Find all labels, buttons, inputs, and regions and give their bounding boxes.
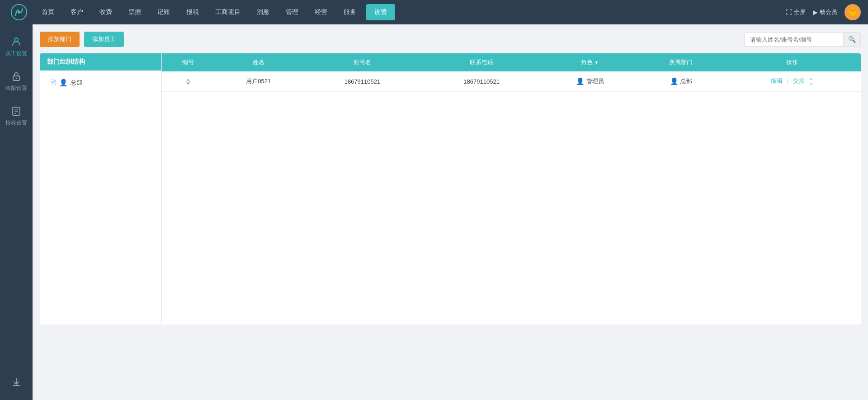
search-wrapper: 🔍	[744, 32, 861, 47]
avatar[interactable]: 🐥	[844, 4, 861, 20]
table-row: 0 用户0521 18679110521 18679110521 👤 管理员	[162, 71, 861, 92]
nav-manage[interactable]: 管理	[278, 0, 307, 24]
add-dept-button[interactable]: 添加部门	[40, 32, 80, 47]
sidebar-label-permission: 权限设置	[5, 85, 27, 92]
tree-header: 部门组织结构	[40, 53, 161, 71]
nav-biz[interactable]: 工商项目	[207, 0, 249, 24]
scroll-arrows[interactable]: ▲▼	[809, 76, 813, 87]
permission-icon	[10, 70, 23, 83]
vip-button[interactable]: ▶ 畅会员	[813, 8, 837, 16]
main-layout: 员工设置 权限设置 报税设置	[0, 24, 868, 400]
file-icon: 📄	[49, 79, 57, 86]
sidebar: 员工设置 权限设置 报税设置	[0, 24, 33, 400]
tree-panel: 部门组织结构 📄 👤 总部	[40, 53, 162, 325]
employee-table: 编号 姓名 账号名 联系电话 角色 ▼ 所属部门 操作	[162, 53, 861, 92]
dept-label: 总部	[680, 77, 692, 85]
user-group-icon: 👤	[59, 79, 68, 87]
nav-right: ⛶ 全屏 ▶ 畅会员 🐥	[786, 4, 868, 20]
vip-icon: ▶	[813, 9, 818, 16]
tree-item-label: 总部	[71, 79, 82, 87]
nav-message[interactable]: 消息	[249, 0, 278, 24]
logo	[5, 0, 33, 24]
sidebar-item-employee[interactable]: 员工设置	[0, 29, 33, 64]
content-area: 添加部门 添加员工 🔍 部门组织结构 📄 👤 总部	[33, 24, 868, 400]
cell-dept: 👤 总部	[638, 71, 723, 92]
svg-rect-5	[13, 107, 20, 115]
sidebar-item-taxsettings[interactable]: 报税设置	[0, 99, 33, 133]
nav-settings[interactable]: 设置	[366, 4, 395, 20]
filter-icon[interactable]: ▼	[594, 60, 599, 65]
edit-link[interactable]: 编辑	[771, 77, 783, 84]
col-id: 编号	[162, 53, 214, 71]
cell-account: 18679110521	[303, 71, 422, 92]
fullscreen-icon: ⛶	[786, 9, 792, 16]
fullscreen-label: 全屏	[794, 8, 806, 16]
toolbar: 添加部门 添加员工 🔍	[40, 32, 861, 47]
search-icon: 🔍	[848, 36, 856, 43]
svg-point-4	[16, 78, 17, 79]
employee-icon	[10, 35, 23, 48]
dept-badge: 👤 总部	[670, 77, 692, 85]
col-dept: 所属部门	[638, 53, 723, 71]
tree-body: 📄 👤 总部	[40, 71, 161, 95]
search-input[interactable]	[744, 33, 844, 47]
table-header-row: 编号 姓名 账号名 联系电话 角色 ▼ 所属部门 操作	[162, 53, 861, 71]
nav-items: 首页 客户 收费 票据 记账 报税 工商项目 消息 管理 经营 服务 设置	[33, 0, 786, 24]
nav-fee[interactable]: 收费	[91, 0, 120, 24]
table-panel: 编号 姓名 账号名 联系电话 角色 ▼ 所属部门 操作	[162, 53, 861, 325]
nav-accounting[interactable]: 记账	[149, 0, 178, 24]
vip-label: 畅会员	[820, 8, 837, 16]
nav-ops[interactable]: 经营	[307, 0, 335, 24]
col-ops: 操作	[723, 53, 861, 71]
role-label: 管理员	[586, 77, 604, 85]
nav-home[interactable]: 首页	[33, 0, 62, 24]
cell-name: 用户0521	[214, 71, 303, 92]
cell-phone: 18679110521	[422, 71, 541, 92]
tree-item-headquarters[interactable]: 📄 👤 总部	[47, 76, 154, 89]
nav-tax[interactable]: 报税	[178, 0, 207, 24]
sidebar-label-taxsettings: 报税设置	[5, 119, 27, 127]
add-emp-button[interactable]: 添加员工	[84, 32, 124, 47]
role-badge: 👤 管理员	[576, 77, 604, 85]
dept-icon: 👤	[670, 77, 679, 85]
col-account: 账号名	[303, 53, 422, 71]
taxsettings-icon	[10, 105, 23, 118]
top-navigation: 首页 客户 收费 票据 记账 报税 工商项目 消息 管理 经营 服务 设置 ⛶ …	[0, 0, 868, 24]
svg-point-2	[14, 38, 18, 42]
nav-invoice[interactable]: 票据	[120, 0, 149, 24]
svg-point-1	[18, 11, 20, 14]
sidebar-download-button[interactable]	[10, 369, 23, 395]
cell-id: 0	[162, 71, 214, 92]
main-panel: 部门组织结构 📄 👤 总部 编号 姓名 账号名	[40, 53, 861, 325]
search-button[interactable]: 🔍	[844, 32, 861, 47]
fullscreen-button[interactable]: ⛶ 全屏	[786, 8, 806, 16]
transfer-link[interactable]: 交接	[793, 77, 805, 84]
op-separator: |	[787, 77, 788, 84]
col-phone: 联系电话	[422, 53, 541, 71]
col-name: 姓名	[214, 53, 303, 71]
role-icon: 👤	[576, 77, 585, 85]
sidebar-label-employee: 员工设置	[5, 50, 27, 57]
col-role: 角色 ▼	[541, 53, 638, 71]
nav-service[interactable]: 服务	[335, 0, 364, 24]
nav-customer[interactable]: 客户	[62, 0, 91, 24]
cell-ops: 编辑 | 交接 ▲▼	[723, 71, 861, 92]
cell-role: 👤 管理员	[541, 71, 638, 92]
sidebar-item-permission[interactable]: 权限设置	[0, 64, 33, 99]
download-icon	[10, 376, 23, 388]
